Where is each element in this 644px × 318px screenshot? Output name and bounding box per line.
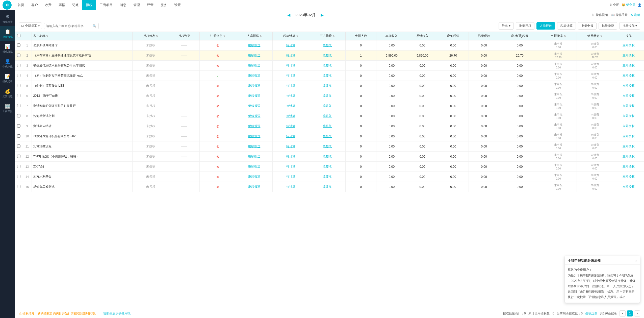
row-three-party[interactable]: 续签取	[309, 111, 345, 121]
user-icon[interactable]: 👤	[638, 3, 641, 7]
row-person-report[interactable]: 继续报送	[236, 131, 272, 141]
tax-calc-btn[interactable]: 税款计算	[557, 22, 576, 30]
th-three-party[interactable]: 三方协议 ⇅	[309, 32, 345, 40]
row-tax-calc[interactable]: 待计算	[273, 121, 309, 131]
sidebar-item-tax-records[interactable]: 📝 报税记录	[0, 71, 15, 86]
row-person-report[interactable]: 继续报送	[236, 40, 272, 51]
auth-notice-link[interactable]: 请购买后尽快使用哦！	[103, 311, 134, 316]
nav-item-bill[interactable]: 票据	[55, 0, 69, 10]
row-checkbox[interactable]	[15, 111, 23, 121]
nav-item-business[interactable]: 工商项目	[96, 0, 116, 10]
row-checkbox[interactable]	[15, 172, 23, 182]
row-checkbox[interactable]	[15, 91, 23, 101]
row-tax-calc[interactable]: 待计算	[273, 81, 309, 91]
row-action[interactable]: 立即授权	[613, 182, 644, 192]
row-person-report[interactable]: 继续报送	[236, 152, 272, 162]
nav-item-settings[interactable]: 设置	[171, 0, 184, 10]
row-action[interactable]: 立即授权	[613, 101, 644, 111]
sidebar-item-tax-settings[interactable]: ⚙ 报税设置	[0, 11, 15, 26]
row-person-report[interactable]: 继续报送	[236, 71, 272, 81]
next-page-btn[interactable]: ›	[634, 310, 640, 316]
row-action[interactable]: 立即授权	[613, 152, 644, 162]
th-name[interactable]: 客户名称 ⇅	[32, 32, 132, 40]
row-tax-calc[interactable]: 待计算	[273, 40, 309, 51]
row-checkbox[interactable]	[15, 101, 23, 111]
row-three-party[interactable]: 续签取	[309, 71, 345, 81]
sidebar-item-settlement[interactable]: 💰 汇算清缴	[0, 86, 15, 101]
row-three-party[interactable]: 续签取	[309, 61, 345, 71]
select-all-checkbox[interactable]	[17, 34, 20, 37]
row-three-party[interactable]: 续签取	[309, 141, 345, 152]
row-tax-calc[interactable]: 待计算	[273, 51, 309, 61]
row-three-party[interactable]: 续签取	[309, 40, 345, 51]
row-three-party[interactable]: 续签取	[309, 152, 345, 162]
row-person-report[interactable]: 继续报送	[236, 101, 272, 111]
export-btn[interactable]: 导出 ▾	[499, 22, 513, 30]
next-month-btn[interactable]: ▶	[321, 13, 324, 17]
row-three-party[interactable]: 续签取	[309, 131, 345, 141]
row-tax-calc[interactable]: 待计算	[273, 111, 309, 121]
row-action[interactable]: 立即授权	[613, 71, 644, 81]
batch-op-btn[interactable]: 批量操作 ▾	[619, 22, 640, 30]
row-checkbox[interactable]	[15, 162, 23, 172]
search-icon[interactable]: 🔍	[93, 24, 96, 28]
refresh-btn[interactable]: ↻ 刷新	[631, 13, 640, 17]
row-action[interactable]: 立即授权	[613, 40, 644, 51]
sidebar-item-personal-tax[interactable]: 👤 个税申报	[0, 56, 15, 71]
nav-item-service[interactable]: 服务	[157, 0, 171, 10]
row-action[interactable]: 立即授权	[613, 121, 644, 131]
row-action[interactable]: 立即授权	[613, 111, 644, 121]
row-checkbox[interactable]	[15, 61, 23, 71]
nav-item-manage[interactable]: 管理	[130, 0, 143, 10]
row-action[interactable]: 立即授权	[613, 141, 644, 152]
row-checkbox[interactable]	[15, 182, 23, 192]
row-three-party[interactable]: 续签取	[309, 101, 345, 111]
person-report-btn[interactable]: 人员报送	[536, 22, 555, 30]
employee-filter[interactable]: ☑ 全部员工 ▾	[19, 22, 42, 29]
nav-item-fee[interactable]: 收费	[41, 0, 55, 10]
row-action[interactable]: 立即授权	[613, 61, 644, 71]
row-three-party[interactable]: 续签取	[309, 81, 345, 91]
row-tax-calc[interactable]: 待计算	[273, 152, 309, 162]
row-action[interactable]: 立即授权	[613, 172, 644, 182]
sidebar-item-tax-overview[interactable]: 📊 报税总览	[0, 41, 15, 56]
sidebar-item-annual-report[interactable]: 🏢 工商年报	[0, 101, 15, 116]
row-action[interactable]: 立即授权	[613, 131, 644, 141]
nav-item-tax[interactable]: 报税	[82, 0, 96, 10]
th-auth-status[interactable]: 授权状态 ⇅	[132, 32, 169, 40]
batch-fee-btn[interactable]: 批量缴费	[599, 22, 617, 30]
row-tax-calc[interactable]: 待计算	[273, 61, 309, 71]
row-action[interactable]: 立即授权	[613, 162, 644, 172]
row-checkbox[interactable]	[15, 71, 23, 81]
row-person-report[interactable]: 继续报送	[236, 111, 272, 121]
row-action[interactable]: 立即授权	[613, 51, 644, 61]
row-tax-calc[interactable]: 待计算	[273, 131, 309, 141]
row-three-party[interactable]: 续签取	[309, 121, 345, 131]
row-checkbox[interactable]	[15, 141, 23, 152]
nav-item-home[interactable]: 首页	[14, 0, 28, 10]
row-person-report[interactable]: 继续报送	[236, 162, 272, 172]
row-checkbox[interactable]	[15, 152, 23, 162]
fullscreen-btn[interactable]: 🖥 全屏	[609, 3, 619, 7]
row-person-report[interactable]: 继续报送	[236, 141, 272, 152]
batch-auth-btn[interactable]: 批量授权	[516, 22, 534, 30]
help-manual-btn[interactable]: 📖 操作手册	[611, 13, 628, 17]
row-person-report[interactable]: 继续报送	[236, 61, 272, 71]
row-checkbox[interactable]	[15, 40, 23, 51]
nav-item-account[interactable]: 记账	[69, 0, 82, 10]
row-tax-calc[interactable]: 待计算	[273, 71, 309, 81]
row-three-party[interactable]: 续签取	[309, 172, 345, 182]
th-tax-calc[interactable]: 税款计算 ⇅	[273, 32, 309, 40]
row-person-report[interactable]: 继续报送	[236, 182, 272, 192]
row-checkbox[interactable]	[15, 131, 23, 141]
operation-video-btn[interactable]: ▷ 操作视频	[592, 13, 608, 17]
row-tax-calc[interactable]: 待计算	[273, 91, 309, 101]
row-action[interactable]: 立即授权	[613, 81, 644, 91]
batch-report-btn[interactable]: 批量申报	[578, 22, 597, 30]
row-three-party[interactable]: 续签取	[309, 91, 345, 101]
row-checkbox[interactable]	[15, 51, 23, 61]
row-three-party[interactable]: 续签取	[309, 182, 345, 192]
nav-item-client[interactable]: 客户	[28, 0, 41, 10]
notif-close-btn[interactable]: ×	[635, 259, 637, 262]
row-tax-calc[interactable]: 待计算	[273, 141, 309, 152]
